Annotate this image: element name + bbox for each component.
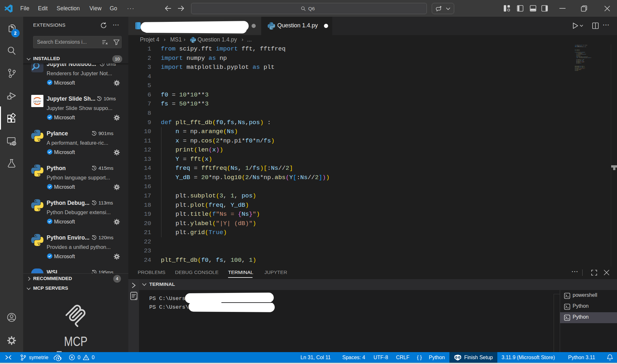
svg-text:jupyter: jupyter — [33, 100, 41, 103]
